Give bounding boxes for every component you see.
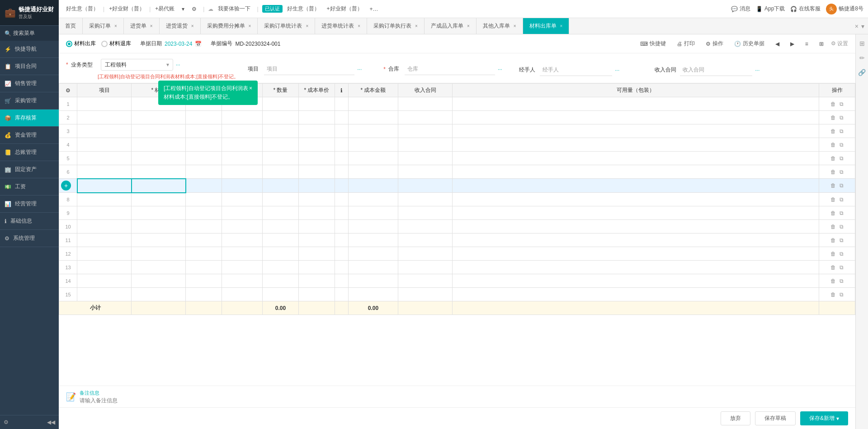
sidebar-item-salary[interactable]: 💵 工资 bbox=[0, 178, 59, 195]
row-8-copy-btn[interactable]: ⧉ bbox=[839, 195, 844, 204]
topbar-app-download[interactable]: 📱 App下载 bbox=[756, 5, 785, 13]
row-6-cost-price[interactable] bbox=[299, 165, 335, 179]
row-2-cost-amount[interactable] bbox=[349, 111, 398, 124]
sidebar-item-assets[interactable]: 🏢 固定资产 bbox=[0, 161, 59, 178]
row-1-project[interactable] bbox=[77, 97, 132, 111]
panel-icon-2[interactable]: ✏ bbox=[858, 52, 867, 63]
row-10-copy-btn[interactable]: ⧉ bbox=[839, 223, 844, 231]
history-btn[interactable]: 🕐 历史单据 bbox=[731, 38, 768, 49]
save-draft-button[interactable]: 保存草稿 bbox=[755, 411, 796, 425]
row-14-delete-btn[interactable]: 🗑 bbox=[830, 277, 837, 285]
row-5-project[interactable] bbox=[77, 152, 132, 165]
row-2-income-contract[interactable] bbox=[398, 111, 453, 124]
row-7-qty[interactable] bbox=[263, 179, 299, 193]
topbar-link-yidaizhang[interactable]: +易代账 bbox=[152, 3, 177, 14]
tab-delivery-stats[interactable]: 进货单统计表 × bbox=[315, 18, 367, 34]
date-value[interactable]: 2023-03-24 bbox=[165, 41, 192, 47]
handler-input[interactable]: 经手人 bbox=[540, 64, 612, 76]
radio-material-out[interactable]: 材料出库 bbox=[66, 40, 96, 48]
tab-material-out-close[interactable]: × bbox=[560, 24, 563, 29]
tab-material-out[interactable]: 材料出库单 × bbox=[523, 18, 570, 34]
row-7-delete-btn[interactable]: 🗑 bbox=[830, 181, 837, 190]
row-7-unit[interactable] bbox=[222, 179, 263, 193]
tooltip-close-btn[interactable]: × bbox=[249, 84, 252, 93]
income-contract-dots[interactable]: ··· bbox=[755, 67, 760, 73]
sidebar-item-ledger[interactable]: 📒 总账管理 bbox=[0, 144, 59, 161]
row-11-copy-btn[interactable]: ⧉ bbox=[839, 236, 844, 244]
row-13-delete-btn[interactable]: 🗑 bbox=[830, 263, 837, 272]
row-2-material[interactable] bbox=[132, 111, 186, 124]
project-input[interactable]: 项目 bbox=[264, 63, 354, 75]
col-settings[interactable]: ⚙ bbox=[59, 84, 77, 97]
row-4-income-contract[interactable] bbox=[398, 138, 453, 152]
topbar-settings-icon[interactable]: ⚙ bbox=[189, 4, 199, 14]
tab-product-warehouse[interactable]: 产成品入库单 × bbox=[425, 18, 476, 34]
row-4-material[interactable] bbox=[132, 138, 186, 152]
tab-more[interactable]: ▾ bbox=[861, 23, 864, 30]
tab-close-all[interactable]: × bbox=[855, 23, 859, 30]
row-6-income-contract[interactable] bbox=[398, 165, 453, 179]
topbar-user[interactable]: 头 畅捷通8号 bbox=[826, 4, 863, 14]
panel-icon-1[interactable]: ⊞ bbox=[858, 38, 867, 49]
row-1-copy-btn[interactable]: ⧉ bbox=[839, 100, 844, 108]
row-5-delete-btn[interactable]: 🗑 bbox=[830, 154, 837, 162]
row-13-copy-btn[interactable]: ⧉ bbox=[839, 263, 844, 272]
save-new-button[interactable]: 保存&新增 ▾ bbox=[800, 411, 848, 425]
tab-purchase-order[interactable]: 采购订单 × bbox=[83, 18, 124, 34]
row-7-cost-price[interactable] bbox=[299, 179, 335, 193]
row-3-unit[interactable] bbox=[222, 124, 263, 138]
row-6-spec[interactable] bbox=[186, 165, 222, 179]
tab-purchase-exec-close[interactable]: × bbox=[415, 24, 418, 29]
row-2-copy-btn[interactable]: ⧉ bbox=[839, 114, 844, 122]
tab-delivery-return-close[interactable]: × bbox=[191, 24, 194, 29]
row-9-delete-btn[interactable]: 🗑 bbox=[830, 209, 837, 217]
tab-purchase-stats[interactable]: 采购订单统计表 × bbox=[258, 18, 315, 34]
row-3-copy-btn[interactable]: ⧉ bbox=[839, 127, 844, 135]
tab-purchase-expense[interactable]: 采购费用分摊单 × bbox=[201, 18, 258, 34]
row-14-copy-btn[interactable]: ⧉ bbox=[839, 277, 844, 285]
tab-other-warehouse-close[interactable]: × bbox=[514, 24, 516, 29]
row-12-copy-btn[interactable]: ⧉ bbox=[839, 250, 844, 258]
row-4-cost-price[interactable] bbox=[299, 138, 335, 152]
row-11-delete-btn[interactable]: 🗑 bbox=[830, 236, 837, 244]
row-5-qty[interactable] bbox=[263, 152, 299, 165]
handler-dots[interactable]: ··· bbox=[615, 67, 619, 73]
row-1-cost-amount[interactable] bbox=[349, 97, 398, 111]
tab-purchase-expense-close[interactable]: × bbox=[249, 24, 251, 29]
row-6-cost-amount[interactable] bbox=[349, 165, 398, 179]
topbar-more-icon[interactable]: ▾ bbox=[179, 4, 187, 14]
row-5-income-contract[interactable] bbox=[398, 152, 453, 165]
row-9-copy-btn[interactable]: ⧉ bbox=[839, 209, 844, 217]
row-3-cost-price[interactable] bbox=[299, 124, 335, 138]
tab-home[interactable]: 首页 bbox=[59, 18, 83, 34]
save-new-dropdown-icon[interactable]: ▾ bbox=[836, 415, 839, 422]
row-5-spec[interactable] bbox=[186, 152, 222, 165]
tab-other-warehouse[interactable]: 其他入库单 × bbox=[476, 18, 523, 34]
topbar-more2[interactable]: +… bbox=[367, 4, 381, 14]
warehouse-input[interactable]: 仓库 bbox=[405, 63, 495, 75]
sidebar-item-system[interactable]: ⚙ 系统管理 bbox=[0, 230, 59, 247]
radio-material-return[interactable]: 材料退库 bbox=[101, 40, 131, 48]
calendar-icon[interactable]: 📅 bbox=[195, 41, 202, 47]
operation-btn[interactable]: ⚙ 操作 bbox=[702, 38, 727, 49]
notes-input[interactable] bbox=[80, 397, 260, 404]
row-3-material[interactable] bbox=[132, 124, 186, 138]
panel-icon-3[interactable]: 🔗 bbox=[856, 67, 868, 78]
sidebar-item-inventory[interactable]: 📦 库存核算 bbox=[0, 110, 59, 127]
tab-purchase-exec[interactable]: 采购订单执行表 × bbox=[367, 18, 425, 34]
sidebar-item-finance[interactable]: 💰 资金管理 bbox=[0, 127, 59, 144]
tab-purchase-stats-close[interactable]: × bbox=[306, 24, 308, 29]
row-2-unit[interactable] bbox=[222, 111, 263, 124]
sidebar-collapse-icon[interactable]: ◀◀ bbox=[47, 419, 55, 425]
project-dots[interactable]: ··· bbox=[357, 66, 362, 72]
row-6-copy-btn[interactable]: ⧉ bbox=[839, 168, 844, 176]
row-5-copy-btn[interactable]: ⧉ bbox=[839, 154, 844, 162]
shortcut-btn[interactable]: ⌨ 快捷键 bbox=[637, 38, 670, 49]
row-1-income-contract[interactable] bbox=[398, 97, 453, 111]
sidebar-item-contract[interactable]: 📋 项目合同 bbox=[0, 58, 59, 75]
topbar-experience[interactable]: 我要体验一下 bbox=[215, 3, 253, 14]
row-1-qty[interactable] bbox=[263, 97, 299, 111]
sidebar-item-basic[interactable]: ℹ 基础信息 bbox=[0, 213, 59, 230]
row-6-qty[interactable] bbox=[263, 165, 299, 179]
row-7-copy-btn[interactable]: ⧉ bbox=[839, 181, 844, 190]
